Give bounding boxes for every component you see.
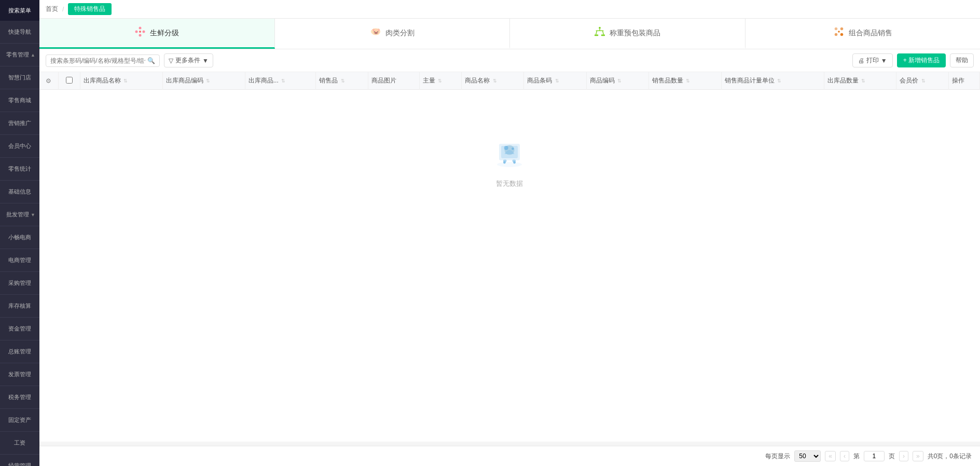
svg-rect-14: [601, 35, 605, 36]
sidebar-item-retail-mall[interactable]: 零售商城: [0, 89, 39, 112]
search-box[interactable]: 🔍: [46, 54, 160, 67]
add-sales-product-button[interactable]: + 新增销售品: [897, 53, 946, 67]
breadcrumb-separator: /: [62, 6, 64, 13]
sidebar-item-general-ledger[interactable]: 总账管理: [0, 340, 39, 363]
tab-meat-cut[interactable]: 🐷 肉类分割: [275, 19, 510, 49]
sidebar-item-retail-stats[interactable]: 零售统计: [0, 158, 39, 181]
page-number-input[interactable]: [864, 451, 885, 461]
sidebar-item-member-center[interactable]: 会员中心: [0, 135, 39, 158]
bottom-scrollbar[interactable]: [39, 442, 980, 446]
column-action: 操作: [949, 72, 980, 90]
add-label: + 新增销售品: [903, 56, 940, 65]
column-sales-unit[interactable]: 销售商品计量单位 ⇅: [721, 72, 824, 90]
sidebar-item-ops-mgmt[interactable]: 经营管理: [0, 455, 39, 466]
sidebar-item-basic-info[interactable]: 基础信息: [0, 181, 39, 203]
sidebar-item-ecom-mgmt[interactable]: 电商管理: [0, 249, 39, 272]
toolbar: 🔍 ▽ 更多条件 ▼ 🖨 打印 ▼ + 新增销售品 帮助: [39, 49, 980, 72]
table-container: ⚙ 出库商品名称 ⇅ 出库商品编码 ⇅ 出库商品... ⇅: [39, 72, 980, 442]
table-body: 暂无数据: [39, 90, 980, 230]
tab-fresh-grade[interactable]: 生鲜分级: [39, 19, 275, 49]
sidebar-item-label: 总账管理: [8, 348, 31, 355]
filter-button[interactable]: ▽ 更多条件 ▼: [164, 53, 213, 67]
sidebar-item-smart-store[interactable]: 智慧门店: [0, 66, 39, 89]
sidebar-item-label: 小畅电商: [8, 234, 31, 241]
sidebar-item-label: 零售商城: [8, 97, 31, 104]
sidebar-item-sales-promo[interactable]: 营销推广: [0, 112, 39, 135]
page-size-label: 每页显示: [765, 452, 790, 461]
column-out-product-code[interactable]: 出库商品编码 ⇅: [162, 72, 245, 90]
scale-icon-svg: [594, 26, 605, 37]
first-page-button[interactable]: «: [825, 451, 836, 461]
sidebar-item-label: 固定资产: [8, 416, 31, 424]
sidebar-item-wages[interactable]: 工资: [0, 432, 39, 455]
column-label: 出库品数量: [827, 77, 859, 84]
sidebar-item-quick-nav[interactable]: 快捷导航: [0, 21, 39, 44]
page-size-select[interactable]: 50 20 100: [794, 450, 821, 462]
sort-icon: ⇅: [341, 78, 345, 84]
sort-icon: ⇅: [493, 78, 497, 84]
sidebar-item-label: 工资: [14, 439, 25, 447]
sort-icon: ⇅: [777, 78, 781, 84]
sidebar-item-purchase-mgmt[interactable]: 采购管理: [0, 272, 39, 295]
svg-point-24: [504, 146, 508, 150]
sidebar-item-mini-ecom[interactable]: 小畅电商: [0, 226, 39, 249]
sidebar-item-label: 经营管理: [8, 462, 31, 466]
sort-icon: ⇅: [123, 78, 128, 84]
column-member-price[interactable]: 会员价 ⇅: [896, 72, 949, 90]
column-out-product-name[interactable]: 出库商品名称 ⇅: [80, 72, 162, 90]
sidebar-item-tax-mgmt[interactable]: 税务管理: [0, 386, 39, 409]
svg-point-18: [840, 33, 844, 36]
column-product-code[interactable]: 商品编码 ⇅: [586, 72, 648, 90]
sidebar-item-capital-mgmt[interactable]: 资金管理: [0, 318, 39, 340]
breadcrumb-home[interactable]: 首页: [46, 5, 58, 13]
column-out-product-x[interactable]: 出库商品... ⇅: [245, 72, 315, 90]
sidebar-item-fixed-assets[interactable]: 固定资产: [0, 409, 39, 432]
column-sales-product[interactable]: 销售品 ⇅: [316, 72, 368, 90]
svg-line-11: [596, 31, 597, 34]
sort-icon: ⇅: [438, 78, 442, 84]
empty-state-row: 暂无数据: [39, 90, 980, 230]
column-label: 出库商品名称: [84, 77, 121, 84]
print-button[interactable]: 🖨 打印 ▼: [852, 53, 893, 67]
sidebar-item-inventory-check[interactable]: 库存核算: [0, 295, 39, 318]
meat-icon-svg: 🐷: [370, 26, 381, 37]
svg-point-20: [497, 162, 522, 167]
column-barcode[interactable]: 商品条码 ⇅: [524, 72, 586, 90]
breadcrumb-current[interactable]: 特殊销售品: [68, 3, 112, 15]
prev-page-button[interactable]: ‹: [840, 451, 849, 461]
column-out-qty[interactable]: 出库品数量 ⇅: [824, 72, 896, 90]
next-page-button[interactable]: ›: [899, 451, 908, 461]
sidebar-item-label: 资金管理: [8, 325, 31, 333]
search-input[interactable]: [50, 57, 145, 64]
sidebar-item-invoice-mgmt[interactable]: 发票管理: [0, 363, 39, 386]
column-sales-qty[interactable]: 销售品数量 ⇅: [648, 72, 721, 90]
svg-point-28: [503, 161, 506, 164]
sidebar-item-label: 税务管理: [8, 393, 31, 401]
select-all-checkbox[interactable]: [66, 77, 73, 84]
last-page-button[interactable]: »: [913, 451, 923, 461]
sidebar-item-wholesale-mgmt[interactable]: 批发管理 ▼: [0, 203, 39, 226]
top-bar: 首页 / 特殊销售品: [39, 0, 980, 19]
column-label: 销售商品计量单位: [725, 77, 775, 84]
sidebar-item-label: 发票管理: [8, 371, 31, 378]
column-product-image[interactable]: 商品图片: [368, 72, 420, 90]
tab-scale-prepack[interactable]: 称重预包装商品: [510, 19, 746, 49]
tab-section: 生鲜分级 🐷 肉类分割: [39, 19, 980, 49]
column-product-name[interactable]: 商品名称 ⇅: [462, 72, 524, 90]
help-button[interactable]: 帮助: [950, 53, 974, 67]
print-arrow-icon: ▼: [881, 57, 887, 64]
tab-combo-sales[interactable]: 组合商品销售: [746, 19, 981, 49]
column-label: 商品编码: [590, 77, 615, 84]
column-checkbox[interactable]: [58, 72, 80, 90]
sort-icon: ⇅: [206, 78, 210, 84]
column-gear[interactable]: ⚙: [39, 72, 58, 90]
sidebar-item-label: 基础信息: [8, 188, 31, 196]
page-suffix: 页: [889, 452, 895, 461]
svg-point-15: [835, 28, 838, 31]
sidebar-item-label: 批发管理: [4, 211, 31, 218]
column-label: 商品条码: [527, 77, 552, 84]
column-weight[interactable]: 主量 ⇅: [419, 72, 461, 90]
sidebar-item-retail-mgmt[interactable]: 零售管理 ▲: [0, 44, 39, 66]
sidebar-logo[interactable]: 搜索菜单: [0, 0, 39, 21]
main-content: 首页 / 特殊销售品 生鲜分级 �: [39, 0, 980, 466]
